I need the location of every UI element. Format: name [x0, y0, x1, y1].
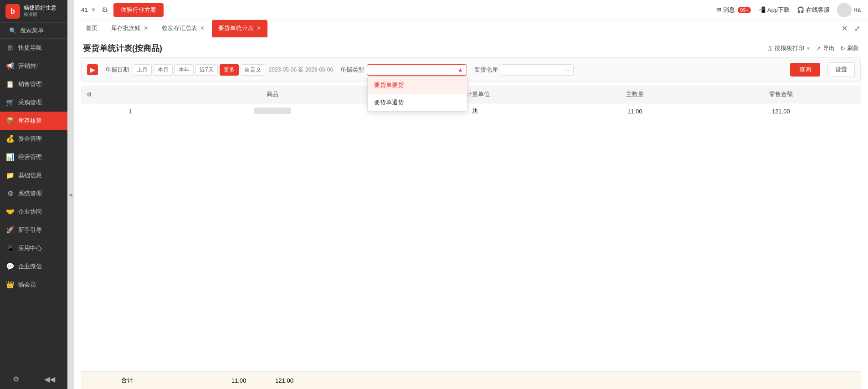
- enterprise-icon: 🤝: [5, 207, 15, 216]
- doc-type-dropdown: 要货单要货 要货单退货: [367, 76, 467, 112]
- col-header-settings[interactable]: ⚙: [81, 86, 98, 103]
- page-title: 要货单统计表(按商品): [83, 43, 162, 54]
- sidebar-bottom: ⚙ ◀◀: [0, 369, 67, 389]
- last-7-days-button[interactable]: 近7天: [195, 64, 218, 76]
- online-service-button[interactable]: 🎧 在线客服: [797, 6, 830, 14]
- table-footer: 合计 11.00 121.00: [81, 371, 861, 389]
- app-download-button[interactable]: 📲 App下载: [758, 6, 790, 14]
- sidebar-item-label: 采购管理: [18, 98, 42, 107]
- data-table-wrap: ⚙ 商品 主计量单位 主数量 零售金额 1: [81, 86, 861, 371]
- messages-button[interactable]: ✉ 消息 99+: [716, 6, 751, 14]
- guide-icon: 🚀: [5, 225, 15, 235]
- tab-requisition-summary[interactable]: 要货单统计表 ✕: [212, 20, 267, 37]
- sidebar-item-label: 销售管理: [18, 80, 42, 88]
- sidebar-item-marketing[interactable]: 📢 营销推广: [0, 57, 67, 75]
- tab-requisition-summary-label: 要货单统计表: [218, 24, 254, 32]
- cell-index: 1: [98, 103, 163, 119]
- this-month-button[interactable]: 本月: [154, 64, 173, 76]
- sidebar-item-enterprise[interactable]: 🤝 企业协同: [0, 203, 67, 221]
- doc-type-filter-group: 单据类型 ▲ 要货单要货 要货单退货: [340, 64, 467, 76]
- prev-month-button[interactable]: 上月: [133, 64, 152, 76]
- app-download-label: App下载: [767, 6, 790, 14]
- sidebar-item-label: 资金管理: [18, 135, 42, 143]
- sidebar-item-label: 畅会员: [18, 281, 36, 289]
- tab-requisition-summary-close[interactable]: ✕: [257, 25, 261, 31]
- tab-home[interactable]: 首页: [79, 20, 104, 37]
- sidebar-item-basic[interactable]: 📁 基础信息: [0, 166, 67, 184]
- selector-dropdown-icon: ▼: [90, 6, 96, 13]
- sidebar-item-purchase[interactable]: 🛒 采购管理: [0, 93, 67, 112]
- col-header-product: 商品: [163, 86, 382, 103]
- product-blurred: [254, 107, 291, 114]
- sidebar-item-label: 库存核算: [18, 117, 42, 125]
- user-avatar-button[interactable]: Rit: [837, 3, 861, 17]
- sidebar-collapse-button[interactable]: ◀◀: [41, 373, 59, 385]
- date-quick-buttons: 上月 本月 本年 近7天 更多 自定义: [133, 64, 265, 76]
- tab-home-label: 首页: [86, 24, 98, 32]
- refresh-button[interactable]: ↻ 刷新: [840, 44, 859, 52]
- sidebar-item-inventory[interactable]: 📦 库存核算: [0, 112, 67, 130]
- filter-settings-button[interactable]: 设置: [827, 62, 855, 77]
- sidebar-item-label: 企业微信: [18, 262, 42, 271]
- sidebar-item-system[interactable]: ⚙ 系统管理: [0, 184, 67, 203]
- messages-badge: 99+: [738, 7, 751, 13]
- topbar: 41 ▼ ⚙ 体验行业方案 ✉ 消息 99+ 📲 App下载 🎧 在线客服 R: [74, 0, 868, 20]
- print-dropdown-icon: ▼: [806, 46, 811, 51]
- cell-quantity: 11.00: [569, 103, 701, 119]
- inventory-icon: 📦: [5, 116, 15, 125]
- sidebar-item-finance[interactable]: 💰 资金管理: [0, 130, 67, 148]
- dropdown-option-requisition-return[interactable]: 要货单退货: [368, 94, 467, 111]
- warehouse-dots-icon: ···: [565, 67, 570, 73]
- sidebar-item-member[interactable]: 👑 畅会员: [0, 276, 67, 294]
- dropdown-option-requisition-order[interactable]: 要货单要货: [368, 77, 467, 94]
- doc-type-select[interactable]: ▲ 要货单要货 要货单退货: [367, 64, 467, 76]
- print-template-button[interactable]: 🖨 按模板打印 ▼: [767, 44, 811, 52]
- date-filter-group: 单据日期 上月 本月 本年 近7天 更多 自定义 2023-05-06 至 20…: [105, 64, 333, 76]
- tab-maximize-button[interactable]: ⤢: [852, 23, 863, 34]
- tab-close-all-button[interactable]: ✕: [839, 23, 850, 34]
- export-button[interactable]: ↗ 导出: [816, 44, 835, 52]
- topbar-right: ✉ 消息 99+ 📲 App下载 🎧 在线客服 Rit: [716, 3, 861, 17]
- main-area: 41 ▼ ⚙ 体验行业方案 ✉ 消息 99+ 📲 App下载 🎧 在线客服 R: [74, 0, 868, 389]
- logo-sub: 标准版: [24, 11, 56, 18]
- page-header: 要货单统计表(按商品) 🖨 按模板打印 ▼ ↗ 导出 ↻ 刷新: [74, 37, 868, 57]
- member-icon: 👑: [5, 280, 15, 289]
- sidebar-logo: b 畅捷通好生意 标准版: [0, 0, 67, 23]
- sidebar-item-guide[interactable]: 🚀 新手引导: [0, 221, 67, 239]
- sidebar-item-operations[interactable]: 📊 经营管理: [0, 148, 67, 166]
- table-header-row: ⚙ 商品 主计量单位 主数量 零售金额: [81, 86, 861, 103]
- doc-type-value: [371, 67, 373, 73]
- col-header-index: [98, 86, 163, 103]
- tab-inventory-batch-label: 库存批次账: [111, 24, 141, 32]
- date-range-display: 2023-05-06 至 2023-06-06: [269, 66, 333, 74]
- operations-icon: 📊: [5, 153, 15, 162]
- sidebar-search[interactable]: 🔍 搜索菜单: [0, 23, 67, 39]
- sidebar-item-quick-nav[interactable]: ⊞ 快捷导航: [0, 39, 67, 57]
- warehouse-select[interactable]: ···: [501, 64, 574, 76]
- user-name: Rit: [853, 6, 861, 13]
- sidebar-item-sales[interactable]: 📋 销售管理: [0, 75, 67, 93]
- sidebar-item-label: 企业协同: [18, 208, 42, 216]
- tab-inventory-batch[interactable]: 库存批次账 ✕: [105, 20, 154, 37]
- this-year-button[interactable]: 本年: [175, 64, 194, 76]
- more-dates-button[interactable]: 更多: [220, 64, 239, 76]
- sidebar-item-appcenter[interactable]: 📱 应用中心: [0, 239, 67, 257]
- sidebar-item-label: 营销推广: [18, 62, 42, 70]
- sidebar-item-label: 新手引导: [18, 226, 42, 234]
- company-selector[interactable]: 41 ▼: [81, 6, 96, 13]
- tabs-actions: ✕ ⤢: [839, 23, 863, 34]
- cell-product: [163, 103, 382, 119]
- industry-solution-button[interactable]: 体验行业方案: [113, 3, 164, 17]
- sidebar-collapse-handle[interactable]: ◀: [67, 0, 74, 389]
- filter-expand-button[interactable]: ▶: [87, 64, 98, 75]
- query-button[interactable]: 查询: [790, 63, 820, 77]
- topbar-gear-button[interactable]: ⚙: [102, 5, 108, 14]
- tab-receive-summary-close[interactable]: ✕: [200, 25, 205, 31]
- sidebar-item-label: 经营管理: [18, 153, 42, 161]
- doc-type-arrow-icon: ▲: [457, 67, 463, 73]
- custom-date-button[interactable]: 自定义: [241, 64, 265, 76]
- tab-inventory-batch-close[interactable]: ✕: [144, 25, 148, 31]
- sidebar-item-wechat[interactable]: 💬 企业微信: [0, 257, 67, 276]
- tab-receive-summary[interactable]: 收发存汇总表 ✕: [155, 20, 211, 37]
- sidebar-settings-button[interactable]: ⚙: [9, 373, 23, 385]
